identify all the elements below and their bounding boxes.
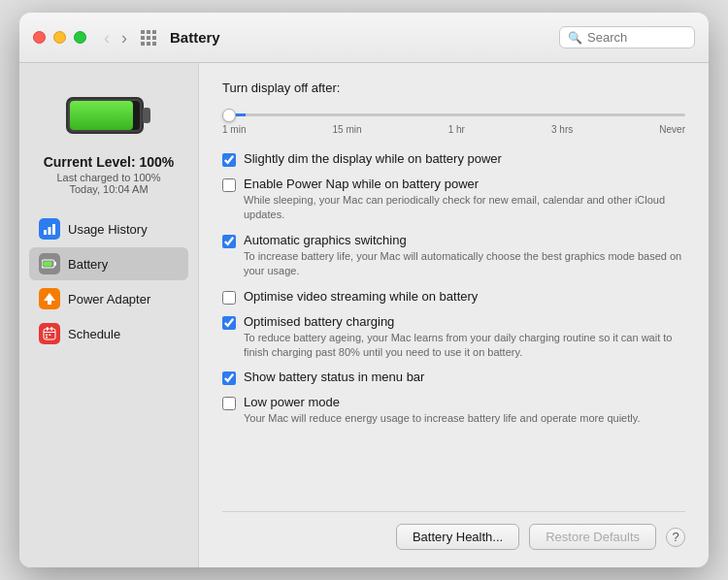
last-charged: Last charged to 100% Today, 10:04 AM	[56, 172, 160, 195]
label-auto-graphics: Automatic graphics switching	[244, 233, 685, 247]
label-optimised-charging: Optimised battery charging	[244, 314, 685, 329]
sidebar: Current Level: 100% Last charged to 100%…	[19, 63, 199, 567]
checkbox-dim-display[interactable]	[222, 153, 236, 167]
desc-optimised-charging: To reduce battery ageing, your Mac learn…	[244, 331, 685, 361]
option-auto-graphics: Automatic graphics switching To increase…	[222, 230, 685, 282]
sidebar-item-label-schedule: Schedule	[68, 327, 120, 341]
options-section: Slightly dim the display while on batter…	[222, 148, 685, 430]
sidebar-item-schedule[interactable]: Schedule	[29, 317, 188, 350]
sidebar-item-usage-history[interactable]: Usage History	[29, 212, 188, 245]
option-low-power: Low power mode Your Mac will reduce ener…	[222, 392, 685, 429]
svg-rect-9	[44, 262, 52, 267]
checkbox-optimised-charging[interactable]	[222, 316, 236, 330]
svg-rect-1	[143, 108, 150, 123]
traffic-lights	[33, 31, 86, 44]
close-button[interactable]	[33, 31, 46, 44]
label-dim-display: Slightly dim the display while on batter…	[244, 151, 502, 166]
label-video-streaming: Optimise video streaming while on batter…	[244, 289, 478, 304]
help-button[interactable]: ?	[666, 528, 685, 547]
grid-icon[interactable]	[141, 30, 158, 46]
desc-low-power: Your Mac will reduce energy usage to inc…	[244, 411, 640, 426]
svg-rect-12	[47, 327, 49, 331]
checkbox-power-nap[interactable]	[222, 178, 236, 192]
fullscreen-button[interactable]	[74, 31, 86, 44]
option-video-streaming: Optimise video streaming while on batter…	[222, 286, 685, 307]
svg-rect-5	[49, 227, 51, 235]
slider-label-never: Never	[659, 124, 685, 135]
slider-label-15min: 15 min	[333, 124, 362, 135]
sidebar-item-label-battery: Battery	[68, 257, 108, 272]
back-button[interactable]: ‹	[100, 27, 114, 48]
system-preferences-window: ‹ › Battery 🔍	[19, 13, 709, 567]
sidebar-item-power-adapter[interactable]: Power Adapter	[29, 282, 188, 315]
svg-marker-10	[44, 293, 55, 305]
battery-health-button[interactable]: Battery Health...	[396, 524, 519, 550]
checkbox-video-streaming[interactable]	[222, 291, 236, 305]
power-adapter-icon	[39, 288, 60, 309]
sidebar-item-label-power: Power Adapter	[68, 292, 150, 306]
option-battery-status: Show battery status in menu bar	[222, 367, 685, 388]
slider-container[interactable]	[222, 103, 685, 120]
bottom-buttons: Battery Health... Restore Defaults ?	[222, 511, 685, 550]
svg-rect-13	[51, 327, 53, 331]
content-area: Current Level: 100% Last charged to 100%…	[19, 63, 709, 567]
battery-icon-wrap	[65, 92, 152, 143]
option-optimised-charging: Optimised battery charging To reduce bat…	[222, 311, 685, 364]
main-panel: Turn display off after: 1 min 15 min 1 h…	[199, 63, 709, 567]
sidebar-items: Usage History Battery	[29, 212, 188, 350]
search-input[interactable]	[587, 30, 686, 45]
svg-rect-8	[54, 262, 56, 266]
current-level: Current Level: 100%	[44, 154, 175, 170]
svg-rect-14	[44, 332, 55, 333]
label-low-power: Low power mode	[244, 395, 640, 409]
desc-auto-graphics: To increase battery life, your Mac will …	[244, 249, 685, 279]
checkbox-low-power[interactable]	[222, 397, 236, 410]
battery-nav-icon	[39, 253, 60, 274]
sidebar-item-battery[interactable]: Battery	[29, 247, 188, 280]
checkbox-auto-graphics[interactable]	[222, 235, 236, 248]
display-section: Turn display off after: 1 min 15 min 1 h…	[222, 81, 685, 135]
titlebar: ‹ › Battery 🔍	[19, 13, 709, 63]
desc-power-nap: While sleeping, your Mac can periodicall…	[244, 193, 685, 223]
svg-rect-16	[49, 335, 50, 337]
svg-rect-4	[44, 230, 47, 235]
nav-buttons: ‹ ›	[100, 27, 131, 48]
display-sleep-slider[interactable]	[222, 113, 685, 116]
svg-rect-17	[46, 337, 48, 338]
label-battery-status: Show battery status in menu bar	[244, 370, 424, 384]
usage-history-icon	[39, 218, 60, 240]
window-title: Battery	[170, 29, 220, 46]
checkbox-battery-status[interactable]	[222, 371, 236, 385]
display-off-label: Turn display off after:	[222, 81, 685, 95]
forward-button[interactable]: ›	[117, 27, 131, 48]
slider-label-1hr: 1 hr	[448, 124, 465, 135]
search-icon: 🔍	[568, 31, 582, 45]
slider-label-1min: 1 min	[222, 124, 246, 135]
battery-icon	[65, 92, 152, 139]
restore-defaults-button[interactable]: Restore Defaults	[529, 524, 656, 550]
slider-labels: 1 min 15 min 1 hr 3 hrs Never	[222, 124, 685, 135]
svg-rect-3	[70, 101, 133, 130]
option-power-nap: Enable Power Nap while on battery power …	[222, 174, 685, 226]
sidebar-item-label-usage: Usage History	[68, 222, 148, 237]
svg-rect-6	[52, 224, 55, 235]
label-power-nap: Enable Power Nap while on battery power	[244, 177, 685, 191]
minimize-button[interactable]	[53, 31, 66, 44]
svg-rect-15	[46, 335, 48, 337]
search-box[interactable]: 🔍	[559, 26, 695, 48]
option-dim-display: Slightly dim the display while on batter…	[222, 148, 685, 170]
schedule-icon	[39, 323, 60, 344]
slider-label-3hrs: 3 hrs	[551, 124, 573, 135]
